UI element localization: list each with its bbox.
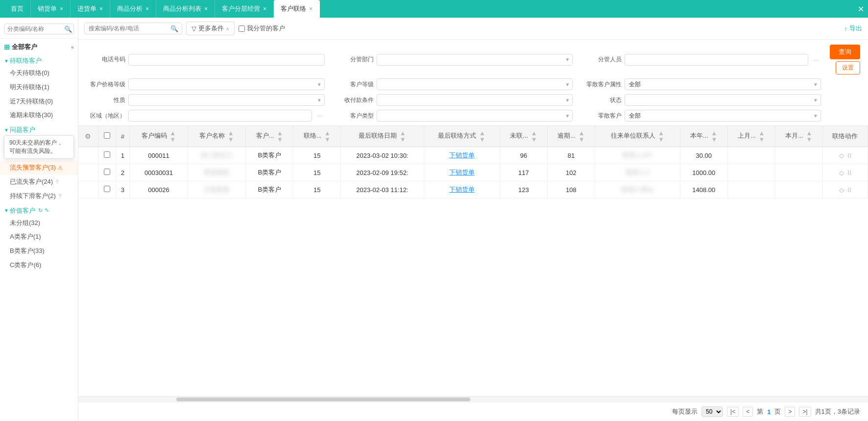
tab-customer-tier[interactable]: 客户分层经营 ×: [215, 0, 274, 18]
tab-sales-close[interactable]: ×: [60, 5, 63, 12]
manager-input[interactable]: [625, 54, 808, 66]
sidebar-item-c-class[interactable]: C类客户(6): [0, 258, 78, 272]
sidebar-item-declining[interactable]: 持续下滑客户(2) ?: [0, 189, 78, 203]
tab-product-analysis[interactable]: 商品分析 ×: [110, 0, 156, 18]
scrollbar-thumb[interactable]: [176, 397, 470, 401]
row2-method[interactable]: 下销货单: [424, 164, 500, 181]
row3-checkbox[interactable]: [98, 181, 116, 198]
unit-contact-header[interactable]: 往来单位联系人 ▲▼: [595, 126, 680, 147]
filter-search-input[interactable]: [84, 23, 182, 34]
row3-more-icon[interactable]: ⁞⁞: [847, 186, 851, 194]
horizontal-scrollbar[interactable]: [78, 396, 868, 402]
sidebar-item-tomorrow[interactable]: 明天待联络(1): [0, 80, 78, 95]
edit-icon[interactable]: ✎: [45, 207, 49, 214]
this-year-header[interactable]: 本年... ▲▼: [680, 126, 727, 147]
row2-name: 李某某某: [188, 164, 246, 181]
not-contacted-header[interactable]: 未联... ▲▼: [500, 126, 547, 147]
phone-input[interactable]: [128, 54, 325, 66]
row1-checkbox[interactable]: [98, 147, 116, 164]
gender-select[interactable]: [128, 94, 325, 106]
zero-customer-select[interactable]: 全部: [625, 110, 821, 122]
sidebar-group-value[interactable]: ▼ 价值客户 ↻ ✎: [0, 203, 78, 216]
row2-code: 00030031: [130, 164, 188, 181]
contact-header[interactable]: 联络... ▲▼: [293, 126, 341, 147]
first-page-btn[interactable]: |<: [727, 407, 739, 417]
sidebar-group-problem-label: 问题客户: [10, 125, 35, 134]
last-month-header[interactable]: 上月... ▲▼: [727, 126, 775, 147]
sidebar-item-lost[interactable]: 已流失客户(24) ?: [0, 175, 78, 189]
sidebar-all-customers[interactable]: ⊞ 全部客户 «: [0, 41, 78, 53]
sidebar-item-b-class[interactable]: B类客户(33): [0, 244, 78, 258]
page-label: 第: [757, 407, 763, 416]
row1-check[interactable]: [104, 151, 110, 158]
tab-customer-contact-close[interactable]: ×: [309, 5, 313, 12]
overdue-header[interactable]: 逾期... ▲▼: [547, 126, 595, 147]
tab-home[interactable]: 首页: [4, 0, 31, 18]
prev-page-btn[interactable]: <: [743, 407, 753, 417]
price-grade-select[interactable]: [128, 78, 325, 90]
export-btn[interactable]: ↑ 导出: [844, 24, 863, 33]
sidebar-item-a-class[interactable]: A类客户(1): [0, 230, 78, 244]
area-input[interactable]: [128, 110, 312, 122]
row1-more-icon[interactable]: ⁞⁞: [847, 152, 851, 159]
sidebar-group-pending[interactable]: ▼ 待联络客户: [0, 53, 78, 66]
last-page-btn[interactable]: >|: [799, 407, 811, 417]
name-header[interactable]: 客户名称 ▲▼: [188, 126, 246, 147]
type-header[interactable]: 客户... ▲▼: [246, 126, 293, 147]
last-contact-date-header[interactable]: 最后联络日期 ▲▼: [341, 126, 424, 147]
tab-customer-contact[interactable]: 客户联络 ×: [274, 0, 320, 18]
payment-select[interactable]: [377, 94, 573, 106]
status-wrap: ▼: [625, 94, 821, 106]
manager-dots[interactable]: ···: [811, 56, 821, 64]
tab-sales[interactable]: 销货单 ×: [31, 0, 71, 18]
status-select[interactable]: [625, 94, 821, 106]
tab-product-list[interactable]: 商品分析列表 ×: [156, 0, 215, 18]
more-conditions-btn[interactable]: ▽ 更多条件 ∧: [186, 22, 235, 35]
tab-product-list-close[interactable]: ×: [204, 5, 208, 12]
settings-header[interactable]: ⚙: [78, 126, 98, 147]
refresh-icon[interactable]: ↻: [38, 207, 43, 214]
customer-type-select[interactable]: [377, 110, 573, 122]
sidebar-search-input[interactable]: [4, 24, 74, 34]
zero-attr-select[interactable]: 全部: [625, 78, 821, 90]
per-page-select[interactable]: 50: [701, 406, 723, 417]
sidebar-item-ungroup[interactable]: 未分组(32): [0, 216, 78, 230]
row3-check[interactable]: [104, 186, 110, 192]
row1-contact-icon[interactable]: ◇: [839, 152, 844, 159]
sidebar-item-7days[interactable]: 近7天待联络(0): [0, 95, 78, 109]
next-page-btn[interactable]: >: [785, 407, 795, 417]
row3-method[interactable]: 下销货单: [424, 181, 500, 198]
row3-contact-icon[interactable]: ◇: [839, 186, 844, 194]
tab-customer-tier-close[interactable]: ×: [263, 5, 266, 12]
tab-purchase-close[interactable]: ×: [99, 5, 103, 12]
settings-btn[interactable]: 设置: [836, 61, 860, 74]
row2-checkbox[interactable]: [98, 164, 116, 181]
tab-purchase[interactable]: 进货单 ×: [71, 0, 110, 18]
dept-select[interactable]: [377, 54, 573, 66]
tab-bar-close[interactable]: ✕: [858, 4, 864, 14]
this-month-header[interactable]: 本月... ▲▼: [775, 126, 822, 147]
row1-method[interactable]: 下销货单: [424, 147, 500, 164]
sidebar-item-today[interactable]: 今天待联络(0): [0, 66, 78, 80]
settings-icon[interactable]: ⚙: [85, 132, 91, 140]
my-customers-checkbox-wrap[interactable]: 我分管的客户: [239, 24, 285, 33]
select-all-checkbox[interactable]: [104, 132, 110, 139]
row2-more-icon[interactable]: ⁞⁞: [847, 169, 851, 176]
sidebar-item-overdue[interactable]: 逾期未联络(30): [0, 108, 78, 123]
my-customers-checkbox[interactable]: [239, 25, 245, 32]
export-label: 导出: [849, 24, 862, 33]
tm-sort: ▲▼: [806, 130, 813, 143]
sidebar-group-problem[interactable]: ▼ 问题客户: [0, 123, 78, 135]
row2-contact: 15: [293, 164, 341, 181]
row2-contact-icon[interactable]: ◇: [839, 169, 844, 176]
customer-grade-select[interactable]: [377, 78, 573, 90]
sidebar-item-at-risk[interactable]: 流失预警客户(3) ⚠: [0, 161, 78, 175]
code-header[interactable]: 客户编码 ▲▼: [130, 126, 188, 147]
tab-product-analysis-close[interactable]: ×: [145, 5, 149, 12]
checkbox-header[interactable]: [98, 126, 116, 147]
row2-check[interactable]: [104, 169, 110, 175]
last-contact-method-header[interactable]: 最后联络方式 ▲▼: [424, 126, 500, 147]
collapse-icon: «: [71, 44, 74, 50]
query-btn[interactable]: 查询: [830, 45, 860, 59]
area-dots[interactable]: ···: [315, 112, 325, 120]
